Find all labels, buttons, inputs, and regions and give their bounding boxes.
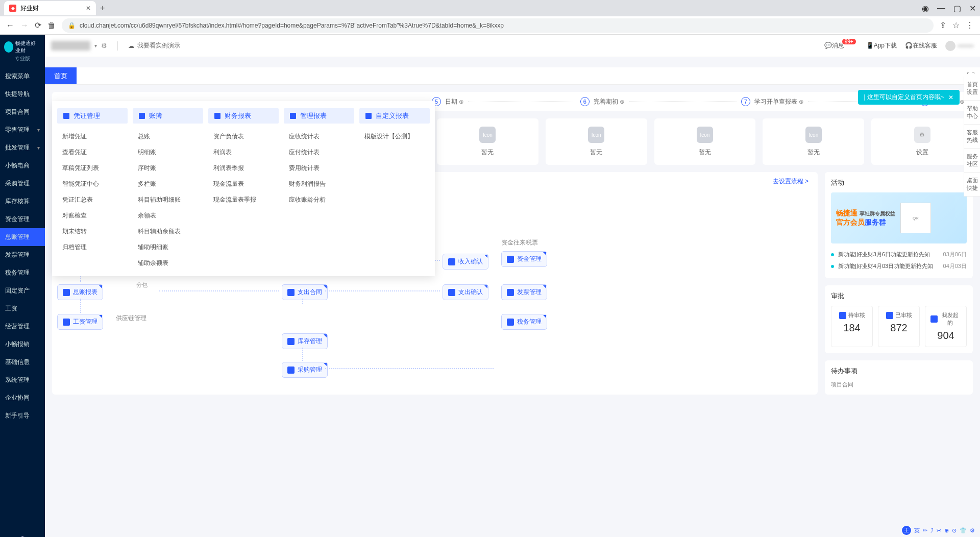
share-icon[interactable]: ⇪ [940,20,946,30]
address-bar[interactable]: 🔒 cloud.chanjet.com/cc/u6d89qwnryel/57bf… [62,18,934,33]
back-button[interactable]: ← [6,21,14,30]
shortcut-card-empty[interactable]: Icon暂无 [763,118,864,165]
mega-item-1-8[interactable]: 辅助余额表 [133,255,203,271]
node-fund[interactable]: 资金管理 [501,251,547,267]
mega-item-0-4[interactable]: 凭证汇总表 [57,192,128,208]
approval-card-0[interactable]: 待审核184 [831,306,873,347]
avatar[interactable] [945,41,974,51]
news-item[interactable]: 新功能|好业财4月03日功能更新抢先知04月03日 [831,260,967,272]
rail-item-4[interactable]: 桌面快捷 [964,173,980,197]
mega-item-0-5[interactable]: 对账检查 [57,208,128,224]
mega-item-1-2[interactable]: 序时账 [133,160,203,176]
sidebar-item-18[interactable]: 企业协同 [0,389,45,407]
sidebar-item-5[interactable]: 小畅电商 [0,157,45,175]
forward-button[interactable]: → [20,21,29,30]
sidebar-item-16[interactable]: 基础信息 [0,353,45,371]
mega-item-1-3[interactable]: 多栏账 [133,176,203,192]
sidebar-item-6[interactable]: 采购管理 [0,175,45,192]
mega-item-0-1[interactable]: 查看凭证 [57,144,128,160]
rail-item-0[interactable]: 首页设置 [964,77,980,101]
sidebar-item-4[interactable]: 批发管理▾ [0,139,45,157]
step-label-6[interactable]: 完善期初 ⊙ [594,97,625,106]
tray-icon[interactable]: ⊙ [952,527,957,534]
profile-icon[interactable]: ◉ [922,4,929,13]
mega-item-0-2[interactable]: 草稿凭证列表 [57,160,128,176]
mega-item-3-0[interactable]: 应收统计表 [284,129,354,144]
mega-item-3-3[interactable]: 财务利润报告 [284,176,354,192]
online-service-link[interactable]: 🎧在线客服 [905,41,937,50]
shortcut-card-empty[interactable]: Icon暂无 [654,118,756,165]
sidebar-item-1[interactable]: 快捷导航 [0,85,45,103]
node-invoice[interactable]: 发票管理 [501,284,547,300]
shortcut-card-empty[interactable]: Icon暂无 [437,118,538,165]
node-income-confirm[interactable]: 收入确认 [443,254,488,270]
browser-tab[interactable]: ◆ 好业财 ✕ [4,1,96,15]
gear-icon[interactable]: ⚙ [101,42,107,50]
mega-header-4[interactable]: 自定义报表 [359,108,430,124]
approval-card-1[interactable]: 已审核872 [878,306,920,347]
mega-item-2-1[interactable]: 利润表 [208,144,279,160]
tray-icon[interactable]: ⤴ [930,527,934,533]
mega-item-2-0[interactable]: 资产负债表 [208,129,279,144]
mega-item-1-4[interactable]: 科目辅助明细账 [133,192,203,208]
mega-item-1-0[interactable]: 总账 [133,129,203,144]
minimize-icon[interactable]: — [937,4,945,13]
sidebar-item-11[interactable]: 税务管理 [0,264,45,282]
company-switcher[interactable]: ████ ▾ ⚙ [51,41,107,51]
mega-item-2-4[interactable]: 现金流量表季报 [208,192,279,208]
message-button[interactable]: 💬消息99+ [824,41,858,50]
news-item[interactable]: 新功能|好业财3月6日功能更新抢先知03月06日 [831,249,967,260]
rail-item-2[interactable]: 客服热线 [964,125,980,149]
tray-icon[interactable]: 👕 [960,527,967,534]
sidebar-item-17[interactable]: 系统管理 [0,371,45,389]
sidebar-item-14[interactable]: 经营管理 [0,318,45,335]
mega-item-0-0[interactable]: 新增凭证 [57,129,128,144]
mega-header-1[interactable]: 账簿 [133,108,203,124]
step-label-7[interactable]: 学习开单查报表 ⊙ [754,97,804,106]
menu-icon[interactable]: ⋮ [966,20,974,30]
mega-item-3-1[interactable]: 应付统计表 [284,144,354,160]
node-expense-contract[interactable]: 支出合同 [282,284,328,300]
mega-header-2[interactable]: 财务报表 [208,108,279,124]
sidebar-item-19[interactable]: 新手引导 [0,407,45,425]
shortcut-card-settings[interactable]: ⚙设置 [871,118,973,165]
close-window-icon[interactable]: ✕ [969,4,976,13]
mega-item-3-2[interactable]: 费用统计表 [284,160,354,176]
sidebar-item-15[interactable]: 小畅报销 [0,335,45,353]
tray-icon[interactable]: 王 [902,526,911,535]
new-tab-button[interactable]: + [100,4,105,13]
promo-banner[interactable]: 畅捷通 享社群专属权益 官方会员服务群 QR [831,192,967,243]
reload-button[interactable]: ⟳ [35,20,41,30]
mega-item-3-4[interactable]: 应收账龄分析 [284,192,354,208]
mega-item-4-0[interactable]: 模版设计【公测】 [359,129,430,144]
maximize-icon[interactable]: ▢ [953,4,961,13]
sidebar-item-2[interactable]: 项目合同 [0,103,45,121]
approval-card-2[interactable]: 我发起的904 [925,306,967,347]
mega-item-0-6[interactable]: 期末结转 [57,224,128,239]
rail-item-1[interactable]: 帮助中心 [964,101,980,125]
node-inventory[interactable]: 库存管理 [282,333,328,349]
sidebar-item-12[interactable]: 固定资产 [0,282,45,300]
sidebar-item-13[interactable]: 工资 [0,300,45,318]
sidebar-item-10[interactable]: 发票管理 [0,246,45,264]
tab-close-icon[interactable]: ✕ [86,5,91,12]
delete-icon[interactable]: 🗑 [47,21,56,30]
ime-indicator[interactable]: 英 [914,527,920,534]
mega-item-0-3[interactable]: 智能凭证中心 [57,176,128,192]
mega-item-2-3[interactable]: 现金流量表 [208,176,279,192]
sidebar-item-9[interactable]: 总账管理 [0,228,45,246]
sidebar-item-3[interactable]: 零售管理▾ [0,121,45,139]
mega-item-1-5[interactable]: 余额表 [133,208,203,224]
app-download-link[interactable]: 📱App下载 [866,41,897,50]
sidebar-item-0[interactable]: 搜索菜单 [0,67,45,85]
node-purchase[interactable]: 采购管理 [282,362,328,378]
demo-link[interactable]: ☁ 我要看实例演示 [117,41,180,51]
node-salary[interactable]: 工资管理 [57,314,103,330]
mega-header-3[interactable]: 管理报表 [284,108,354,124]
tray-icon[interactable]: ✂ [937,527,941,534]
tray-icon[interactable]: ⚙ [970,527,975,534]
mega-item-1-6[interactable]: 科目辅助余额表 [133,224,203,239]
node-ledger[interactable]: 总账报表 [57,284,103,300]
star-icon[interactable]: ☆ [952,20,960,30]
mega-header-0[interactable]: 凭证管理 [57,108,128,124]
